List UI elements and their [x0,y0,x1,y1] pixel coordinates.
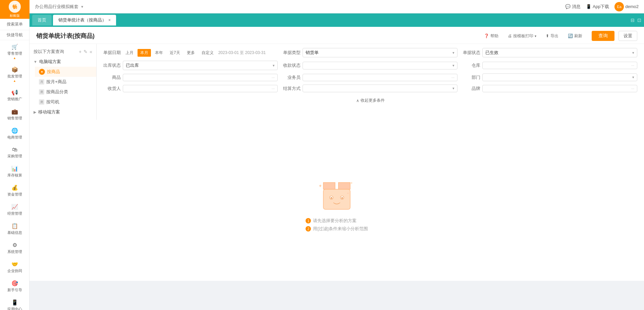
message-button[interactable]: 💬 消息 [565,4,581,10]
company-icon: 🤝 [11,261,18,267]
app-download-button[interactable]: 📱 App下载 [586,4,609,10]
brand-input[interactable]: ··· [482,85,637,92]
collapse-label: 收起更多条件 [361,98,385,103]
box-body: ✦ ✦ ✦ [317,176,357,214]
add-scheme-icon[interactable]: + [79,49,82,54]
tab-bar-right: ⊟ ⊡ [631,17,641,23]
date-more-btn[interactable]: 更多 [184,49,198,57]
bill-type-dropdown-icon: ▾ [452,51,454,55]
filter-warehouse-status-cell: 出库状态 已出库 ▾ [103,61,278,70]
tab-close-icon[interactable]: × [108,18,111,22]
date-buttons: 上月 本月 本年 近7天 更多 自定义 [123,49,216,57]
refresh-button[interactable]: 🔄 刷新 [565,32,585,40]
help-icon: ❓ [484,34,489,38]
hint-1-num: 1 [306,218,311,223]
bill-status-label: 单据状态 [463,50,480,56]
basic-icon: 📋 [11,223,18,229]
tab-maximize-icon[interactable]: ⊡ [637,17,641,23]
empty-hint-1: 1 请先选择要分析的方案 [306,218,368,224]
breadcrumb-dropdown[interactable]: ▾ [81,4,83,9]
content-inner: 销货单统计表(按商品) ❓ 帮助 🖨 按模板打印 ▾ ⬆ 导出 [30,27,644,281]
date-this-month-btn[interactable]: 本月 [138,49,151,57]
sidebar-item-basic[interactable]: 📋 基础信息 [0,219,29,239]
filter-bill-type-cell: 单据类型 销货单 ▾ [283,48,458,57]
goods-input[interactable]: ··· [123,74,278,81]
payment-method-label: 结算方式 [283,86,301,92]
help-button[interactable]: ❓ 帮助 [481,32,501,40]
warehouse-input[interactable]: ··· [482,62,637,69]
sidebar-item-sales[interactable]: 💼 销售管理 [0,105,29,124]
sidebar-search-nav[interactable]: 搜索菜单 [0,19,29,30]
date-last-month-btn[interactable]: 上月 [123,49,136,57]
sidebar-quick-nav[interactable]: 快捷导航 [0,30,29,40]
edit-scheme-icon[interactable]: ✎ [84,49,88,54]
search-label[interactable]: 搜索菜单 [7,22,23,27]
payment-status-select[interactable]: ▾ [303,62,458,69]
sidebar-item-wholesale[interactable]: 📦 批发管理 ▲ [0,63,29,86]
sidebar-item-guide[interactable]: 🎯 新手引导 [0,277,29,296]
svg-text:✦: ✦ [318,183,322,189]
user-profile[interactable]: Ea demo2 [614,2,639,11]
filter-row-3: 商品 ··· 业务员 ··· [103,73,637,81]
payment-status-dropdown-icon: ▾ [452,63,454,68]
sidebar-item-finance[interactable]: 💰 资金管理 [0,181,29,200]
selected-indicator: ● [39,69,45,75]
right-filter-panel: 单据日期 上月 本月 本年 近7天 更多 自定义 2023-03-01 至 20… [97,44,644,120]
tree-toggle-pc: ▼ [34,60,37,64]
collapse-panel-icon[interactable]: « [90,49,92,54]
filter-salesperson-cell: 业务员 ··· [283,74,458,81]
collapse-filters-btn[interactable]: ∧ 收起更多条件 [103,96,637,105]
bill-type-label: 单据类型 [283,50,301,56]
download-icon: 📱 [586,4,591,9]
salesperson-input[interactable]: ··· [303,74,458,81]
settings-button[interactable]: 设置 [619,31,637,41]
tree-item-by-category[interactable]: 类 按商品分类 [35,87,96,97]
date-last7-btn[interactable]: 近7天 [167,49,183,57]
date-this-year-btn[interactable]: 本年 [152,49,166,57]
query-button[interactable]: 查询 [592,31,614,41]
sidebar-item-marketing[interactable]: 📢 营销推广 [0,86,29,105]
operation-icon: 📈 [11,204,18,210]
tree-toggle-mobile: ▶ [34,110,36,114]
sidebar-item-system[interactable]: ⚙ 系统管理 [0,239,29,258]
sidebar-item-purchase[interactable]: 🛍 采购管理 [0,143,29,162]
header-left: 办公用品行业模拟账套 ▾ [35,4,83,10]
message-label: 消息 [572,4,581,10]
payment-method-select[interactable]: ▾ [303,85,458,92]
tab-sales-stats[interactable]: 销货单统计表（按商品） × [53,15,116,25]
empty-box-svg: ✦ ✦ ✦ [317,176,357,213]
tree-label-by-goods: 按商品 [47,69,60,75]
sidebar-item-retail[interactable]: 🛒 零售管理 ▲ [0,40,29,63]
date-custom-btn[interactable]: 自定义 [199,49,216,57]
tree-item-by-dept[interactable]: 类 按司机 [35,97,96,107]
sidebar-item-operation[interactable]: 📈 经营管理 [0,200,29,219]
logo-icon: 畅 [9,1,21,13]
bill-status-select[interactable]: 已生效 ▾ [482,48,637,57]
message-icon: 💬 [565,4,571,9]
print-button[interactable]: 🖨 按模板打印 ▾ [505,32,539,40]
sidebar-item-apps[interactable]: 📱 应用中心 [0,296,29,310]
sidebar-item-ecommerce[interactable]: 🌐 电商管理 [0,124,29,143]
tree-item-by-goods[interactable]: ● 按商品 [35,67,96,77]
bill-type-select[interactable]: 销货单 ▾ [303,48,458,57]
tree-item-mobile[interactable]: ▶ 移动端方案 [30,107,96,117]
export-button[interactable]: ⬆ 导出 [543,32,561,40]
tab-minimize-icon[interactable]: ⊟ [631,17,635,23]
sidebar-item-company[interactable]: 🤝 企业协同 [0,258,29,277]
left-panel-actions: + ✎ « [79,49,92,54]
tree-item-pc[interactable]: ▼ 电脑端方案 [30,57,96,67]
tree-item-by-month-goods[interactable]: 月 按月+商品 [35,77,96,87]
export-icon: ⬆ [546,34,549,38]
sales-icon: 💼 [11,108,18,115]
sidebar-menu: 🛒 零售管理 ▲ 📦 批发管理 ▲ 📢 营销推广 💼 销售管理 🌐 电商管理 🛍… [0,40,29,310]
receiver-dots: ··· [272,87,275,91]
department-label: 部门 [463,74,480,81]
receiver-input[interactable]: ··· [123,85,278,92]
export-label: 导出 [550,33,558,39]
tab-home[interactable]: 首页 [32,15,52,25]
warehouse-status-select[interactable]: 已出库 ▾ [123,61,278,70]
user-name: demo2 [625,4,639,9]
sidebar-logo[interactable]: 畅 标账版 [0,0,30,19]
sidebar-item-inventory[interactable]: 📊 库存核算 [0,162,29,181]
department-select[interactable]: ▾ [482,73,637,81]
